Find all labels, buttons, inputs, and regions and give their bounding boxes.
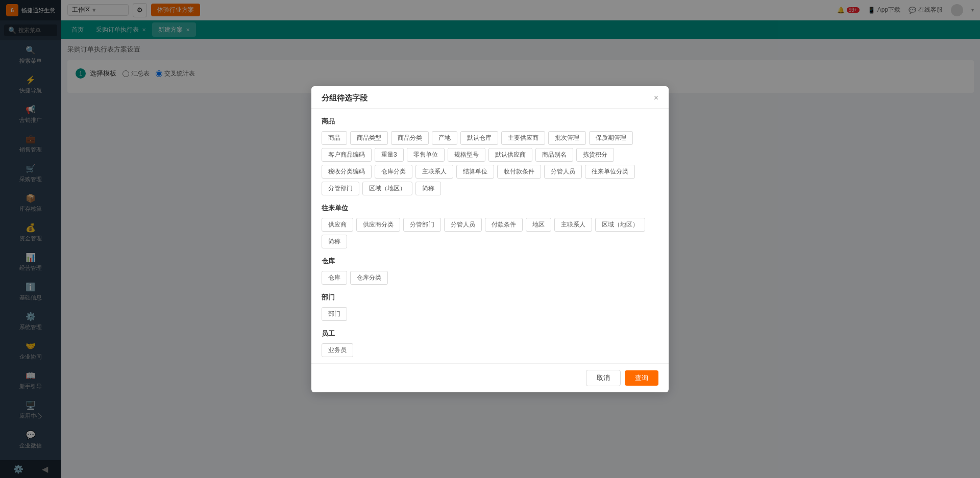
field-tag-2-1[interactable]: 仓库分类 (350, 271, 388, 285)
field-tag-0-18[interactable]: 结算单位 (456, 165, 494, 179)
field-tag-0-15[interactable]: 税收分类编码 (322, 165, 372, 179)
field-tag-1-0[interactable]: 供应商 (322, 218, 353, 232)
modal-close-button[interactable]: × (654, 93, 658, 103)
field-tag-1-4[interactable]: 付款条件 (485, 218, 523, 232)
field-tag-1-7[interactable]: 区域（地区） (595, 218, 645, 232)
field-tag-2-0[interactable]: 仓库 (322, 271, 347, 285)
field-group-4: 员工业务员 (322, 329, 658, 357)
field-tags-2: 仓库仓库分类 (322, 271, 658, 285)
field-tag-0-14[interactable]: 拣货积分 (576, 148, 614, 162)
field-tag-0-5[interactable]: 主要供应商 (501, 131, 545, 145)
field-tag-0-11[interactable]: 规格型号 (448, 148, 485, 162)
field-tag-0-4[interactable]: 默认仓库 (460, 131, 498, 145)
field-tag-1-8[interactable]: 简称 (322, 235, 347, 248)
field-tag-0-9[interactable]: 重量3 (375, 148, 404, 162)
field-tags-1: 供应商供应商分类分管部门分管人员付款条件地区主联系人区域（地区）简称 (322, 218, 658, 248)
field-tag-1-3[interactable]: 分管人员 (444, 218, 482, 232)
field-tag-1-1[interactable]: 供应商分类 (356, 218, 400, 232)
field-tag-1-5[interactable]: 地区 (526, 218, 551, 232)
field-tag-3-0[interactable]: 部门 (322, 307, 347, 321)
field-tag-0-3[interactable]: 产地 (432, 131, 457, 145)
field-tag-0-19[interactable]: 收付款条件 (497, 165, 541, 179)
field-tag-0-16[interactable]: 仓库分类 (375, 165, 412, 179)
modal-overlay: 分组待选字段 × 商品商品商品类型商品分类产地默认仓库主要供应商批次管理保质期管… (0, 0, 980, 478)
modal-body: 商品商品商品类型商品分类产地默认仓库主要供应商批次管理保质期管理客户商品编码重量… (311, 109, 669, 363)
field-group-0: 商品商品商品类型商品分类产地默认仓库主要供应商批次管理保质期管理客户商品编码重量… (322, 117, 658, 195)
modal-footer: 取消 查询 (311, 363, 669, 392)
field-tag-0-24[interactable]: 简称 (415, 182, 441, 195)
field-tag-0-13[interactable]: 商品别名 (535, 148, 573, 162)
field-tag-0-0[interactable]: 商品 (322, 131, 347, 145)
field-group-3: 部门部门 (322, 293, 658, 321)
field-tag-0-10[interactable]: 零售单位 (407, 148, 445, 162)
field-tag-0-12[interactable]: 默认供应商 (488, 148, 532, 162)
field-group-2: 仓库仓库仓库分类 (322, 257, 658, 285)
modal-title: 分组待选字段 (322, 93, 368, 103)
field-tag-0-2[interactable]: 商品分类 (391, 131, 429, 145)
cancel-button[interactable]: 取消 (586, 370, 621, 386)
field-tag-1-6[interactable]: 主联系人 (554, 218, 592, 232)
field-tag-0-7[interactable]: 保质期管理 (589, 131, 633, 145)
field-tag-4-0[interactable]: 业务员 (322, 343, 353, 357)
field-tags-4: 业务员 (322, 343, 658, 357)
field-tag-0-8[interactable]: 客户商品编码 (322, 148, 372, 162)
confirm-button[interactable]: 查询 (625, 370, 658, 386)
field-group-title-2: 仓库 (322, 257, 658, 266)
field-group-title-4: 员工 (322, 329, 658, 338)
field-tag-0-23[interactable]: 区域（地区） (362, 182, 412, 195)
field-group-title-1: 往来单位 (322, 204, 658, 213)
modal-header: 分组待选字段 × (311, 86, 669, 109)
field-select-modal: 分组待选字段 × 商品商品商品类型商品分类产地默认仓库主要供应商批次管理保质期管… (311, 86, 669, 392)
field-tag-0-22[interactable]: 分管部门 (322, 182, 359, 195)
field-tags-3: 部门 (322, 307, 658, 321)
field-tag-0-6[interactable]: 批次管理 (548, 131, 586, 145)
field-tag-0-1[interactable]: 商品类型 (350, 131, 388, 145)
field-tag-1-2[interactable]: 分管部门 (403, 218, 441, 232)
field-tags-0: 商品商品类型商品分类产地默认仓库主要供应商批次管理保质期管理客户商品编码重量3零… (322, 131, 658, 195)
field-group-1: 往来单位供应商供应商分类分管部门分管人员付款条件地区主联系人区域（地区）简称 (322, 204, 658, 248)
field-group-title-0: 商品 (322, 117, 658, 126)
field-tag-0-17[interactable]: 主联系人 (415, 165, 453, 179)
field-tag-0-21[interactable]: 往来单位分类 (585, 165, 635, 179)
field-tag-0-20[interactable]: 分管人员 (544, 165, 582, 179)
field-group-title-3: 部门 (322, 293, 658, 302)
